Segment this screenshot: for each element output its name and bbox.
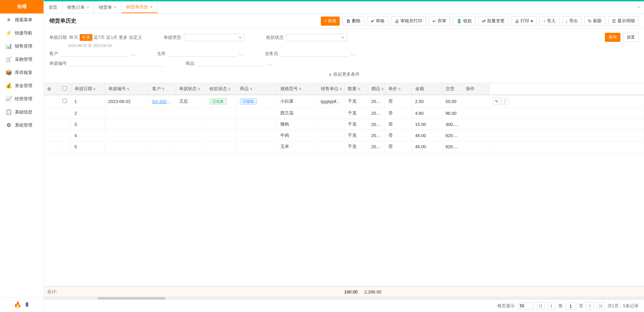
- refresh-button[interactable]: ↻ 刷新: [584, 16, 606, 26]
- last-page-button[interactable]: ⟩⟩: [597, 302, 605, 310]
- filter-warehouse-input[interactable]: [168, 50, 236, 57]
- pause-icon[interactable]: ⏸: [24, 301, 30, 309]
- total-info: 共1页，5条记录: [608, 303, 639, 309]
- row-amount: 96.00: [442, 108, 462, 119]
- col-qty[interactable]: 数量 ⇅: [344, 83, 368, 95]
- tab-sales-goods-close[interactable]: ×: [114, 5, 116, 10]
- more-actions-button[interactable]: ⋮: [501, 98, 509, 105]
- row-amount: 920.00: [442, 130, 462, 141]
- col-price[interactable]: 单价 ⇅: [385, 83, 412, 95]
- shortcut-today[interactable]: 今天: [80, 34, 92, 41]
- next-page-button[interactable]: ⟩: [586, 302, 594, 310]
- col-pay[interactable]: 收款状态 ⇅: [206, 83, 236, 95]
- tab-sales-history[interactable]: 销货单历史 ×: [121, 1, 158, 13]
- sidebar-item-label: 经营管理: [15, 96, 32, 102]
- tab-home[interactable]: 首页: [44, 1, 62, 13]
- col-spec[interactable]: 规格型号 ⇅: [277, 83, 317, 95]
- row-spec: [317, 141, 344, 152]
- row-customer: [175, 130, 206, 141]
- col-cust[interactable]: 客户 ⇅: [148, 83, 175, 95]
- filter-row-date-range: 2023-06-02 至 2023-06-02: [49, 43, 639, 48]
- col-status[interactable]: 单据状态 ⇅: [175, 83, 206, 95]
- goods-dots-button[interactable]: ...: [267, 60, 272, 67]
- display-detail-button[interactable]: ☰ 显示明细: [608, 16, 639, 26]
- sidebar-item-purchase-mgmt[interactable]: 🛒 采购管理: [0, 53, 44, 66]
- row-order-no[interactable]: SA-20230602-0: [148, 95, 175, 108]
- tab-sales-history-close[interactable]: ×: [150, 5, 152, 9]
- col-date[interactable]: 单据日期 ⇅: [71, 83, 105, 95]
- col-unit[interactable]: 销售单位 ⇅: [317, 83, 344, 95]
- salesperson-dots-button[interactable]: ...: [351, 51, 355, 57]
- abandon-button[interactable]: ↩ 弃审: [429, 16, 450, 26]
- filter-goods-input[interactable]: [197, 60, 264, 67]
- col-order-sort: ⇅: [127, 87, 130, 91]
- edit-button[interactable]: ✎: [493, 98, 500, 105]
- order-no-link[interactable]: SA-20230602-0: [152, 99, 176, 104]
- tab-sales-goods-label: 销货单: [99, 4, 112, 10]
- sidebar-item-operations-mgmt[interactable]: 📈 经营管理: [0, 92, 44, 105]
- row-amount: 920.00: [442, 141, 462, 152]
- print-button[interactable]: 🖨 打印 ▾: [511, 16, 537, 26]
- sidebar-item-basic-info[interactable]: 📋 基础信息: [0, 105, 44, 119]
- batch-change-button[interactable]: ⇄ 批量变更: [478, 16, 508, 26]
- import-button[interactable]: ↑ 导入: [539, 16, 559, 26]
- tab-sales-order-close[interactable]: ×: [87, 5, 89, 10]
- row-unit: 千克: [344, 119, 368, 130]
- sidebar-item-inventory-calc[interactable]: 📦 库存核算: [0, 66, 44, 79]
- shortcut-7days[interactable]: 近7天: [94, 34, 105, 41]
- sidebar-item-search-menu[interactable]: ≡ 搜索菜单: [0, 14, 44, 26]
- settings-col[interactable]: ⚙: [44, 83, 59, 95]
- fire-icon[interactable]: 🔥: [14, 301, 21, 309]
- page-number-input[interactable]: [565, 303, 576, 310]
- new-button[interactable]: + 新增: [321, 17, 340, 26]
- audit-print-button[interactable]: 🖨 审核并打印: [391, 16, 426, 26]
- shortcut-yesterday[interactable]: 昨天: [69, 34, 78, 41]
- shortcut-custom[interactable]: 自定义: [129, 34, 142, 41]
- row-qty: 20.00: [368, 119, 385, 130]
- sidebar-item-sales-mgmt[interactable]: 📊 销售管理: [0, 40, 44, 53]
- delete-button[interactable]: 🗑 删除: [342, 16, 364, 26]
- select-all-checkbox[interactable]: [62, 86, 67, 90]
- sidebar-item-finance-mgmt[interactable]: 💰 资金管理: [0, 79, 44, 92]
- row-gift: 否: [385, 119, 412, 130]
- filter-row-1: 单据日期 昨天 今天 近7天 近1月 更多 自定义 单据类型 收款状态: [49, 33, 639, 42]
- customer-dots-button[interactable]: ...: [131, 51, 135, 57]
- settings-button[interactable]: 设置: [623, 33, 639, 42]
- sidebar-item-label: 系统管理: [15, 122, 32, 128]
- filter-customer-input[interactable]: [61, 50, 128, 57]
- col-gift[interactable]: 赠品 ⇅: [368, 83, 385, 95]
- warehouse-dots-button[interactable]: ...: [239, 51, 243, 57]
- sidebar-item-system-mgmt[interactable]: ⚙ 系统管理: [0, 119, 44, 132]
- row-customer: [175, 141, 206, 152]
- row-checkbox[interactable]: [62, 99, 67, 103]
- tab-sales-goods[interactable]: 销货单 ×: [94, 1, 121, 13]
- audit-button[interactable]: ✔ 审核: [367, 16, 388, 26]
- row-spec: [317, 130, 344, 141]
- query-button[interactable]: 查询: [605, 33, 620, 42]
- filter-docno-input[interactable]: [69, 60, 164, 67]
- sidebar-item-quick-nav[interactable]: ⚡ 快捷导航: [0, 26, 44, 40]
- prev-page-button[interactable]: ⟨: [548, 302, 556, 310]
- col-date-sort: ⇅: [93, 87, 96, 91]
- col-amt: 金额: [412, 83, 442, 95]
- refresh-icon: ↻: [588, 19, 592, 24]
- collect-button[interactable]: 💲 收款: [453, 16, 476, 26]
- filter-pay-status-select[interactable]: [286, 34, 347, 41]
- filter-salesperson-input[interactable]: [281, 50, 348, 57]
- per-page-select[interactable]: 50 100 200: [517, 303, 534, 309]
- col-order[interactable]: 单据编号 ⇅: [105, 83, 148, 95]
- collapse-button[interactable]: ∧ 收起更多条件: [329, 71, 360, 77]
- quick-nav-icon: ⚡: [5, 30, 12, 36]
- row-unit: 千克: [344, 141, 368, 152]
- shortcut-more[interactable]: 更多: [119, 34, 128, 41]
- shortcut-1month[interactable]: 近1月: [106, 34, 117, 41]
- table-container: ⚙ 单据日期 ⇅ 单据编号 ⇅ 客户 ⇅: [44, 83, 644, 286]
- window-close-button[interactable]: ×: [633, 5, 644, 10]
- row-deal: [462, 141, 489, 152]
- col-goods[interactable]: 商品 ⇅: [236, 83, 277, 95]
- tab-sales-order[interactable]: 销售订单 ×: [62, 1, 94, 13]
- print-dropdown-icon: ▾: [531, 19, 533, 24]
- first-page-button[interactable]: ⟨⟨: [537, 302, 545, 310]
- export-button[interactable]: ↓ 导出: [562, 16, 582, 26]
- filter-doc-type-select[interactable]: [184, 34, 245, 41]
